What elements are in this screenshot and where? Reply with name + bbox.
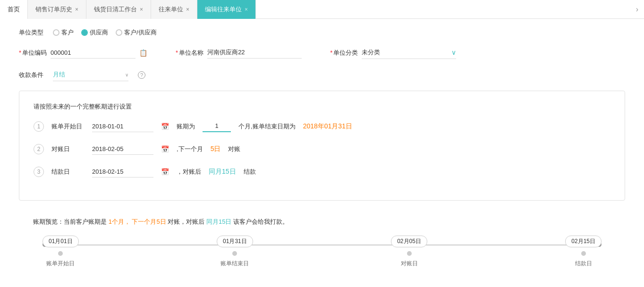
step-2-label: 对账日 <box>51 145 85 153</box>
unit-code-label: *单位编码 <box>19 49 47 57</box>
timeline-nodes: 01月01日 账单开始日 01月31日 账单结束日 02月05日 对账日 02月… <box>42 236 602 268</box>
node-4-dot <box>581 251 586 256</box>
unit-category-value: 未分类 <box>362 48 448 57</box>
node-3-dot <box>407 251 412 256</box>
radio-both-circle <box>116 29 122 36</box>
preview-end: 该客户会给我打款。 <box>233 218 288 225</box>
node-1-dot <box>58 251 63 256</box>
step-1-calendar-icon[interactable]: 📅 <box>161 123 169 130</box>
step-3-label: 结款日 <box>51 168 85 176</box>
step-2-text: ,下一个月 <box>177 145 203 153</box>
radio-customer-label: 客户 <box>61 28 74 37</box>
unit-info-row: *单位编码 📋 *单位名称 *单位分类 未分类 ∨ <box>19 46 625 59</box>
node-4-label: 结款日 <box>575 260 592 268</box>
preview-section: 账期预览：当前客户账期是 1个月， 下一个月5日 对账，对账后 同月15日 该客… <box>19 210 625 275</box>
step-1-label: 账单开始日 <box>51 122 85 131</box>
step-3-calendar-icon[interactable]: 📅 <box>161 168 169 176</box>
timeline-node-4: 02月15日 结款日 <box>565 236 602 268</box>
payment-chevron-down-icon: ∨ <box>125 72 128 77</box>
step-3-date-input[interactable] <box>92 166 153 177</box>
unit-code-input[interactable] <box>51 47 136 59</box>
close-cash-work-icon[interactable]: × <box>140 6 143 13</box>
settings-panel: 请按照未来的一个完整帐期进行设置 1 账单开始日 📅 账期为 个月,账单结束日期… <box>19 91 625 201</box>
close-sales-history-icon[interactable]: × <box>75 6 78 13</box>
step-2-text2: 对账 <box>228 145 240 153</box>
step-1-period-input[interactable] <box>203 120 231 132</box>
step-2-day-highlight: 5日 <box>211 145 221 153</box>
tab-partner-units-label: 往来单位 <box>159 5 183 14</box>
tab-sales-history[interactable]: 销售订单历史 × <box>28 0 86 19</box>
step-1-prefix-text: 账期为 <box>177 122 195 131</box>
step-3-text1: ，对账后 <box>177 168 201 176</box>
panel-hint: 请按照未来的一个完整帐期进行设置 <box>34 102 610 111</box>
unit-category-group: *单位分类 未分类 ∨ <box>330 46 456 59</box>
node-2-label: 账单结束日 <box>220 260 249 268</box>
tab-partner-units[interactable]: 往来单位 × <box>151 0 197 19</box>
unit-code-group: *单位编码 📋 <box>19 47 147 59</box>
tab-home[interactable]: 首页 <box>0 0 28 19</box>
help-icon[interactable]: ? <box>138 71 145 79</box>
preview-label: 账期预览：当前客户账期是 <box>33 218 107 225</box>
radio-customer[interactable]: 客户 <box>53 28 74 37</box>
unit-name-group: *单位名称 <box>176 47 302 59</box>
preview-mid: 对账，对账后 <box>168 218 204 225</box>
preview-part2: 下一个月5日 <box>132 218 166 225</box>
tab-sales-history-label: 销售订单历史 <box>35 5 72 14</box>
unit-category-label: *单位分类 <box>330 49 358 57</box>
step-1-end-date: 2018年01月31日 <box>303 122 352 131</box>
main-content: 单位类型 客户 供应商 客户/供应商 *单位编码 📋 <box>0 19 644 287</box>
node-3-pill: 02月05日 <box>391 236 427 247</box>
tab-home-label: 首页 <box>8 5 20 14</box>
tab-edit-partner[interactable]: 编辑往来单位 × <box>197 0 256 19</box>
unit-type-row: 单位类型 客户 供应商 客户/供应商 <box>19 28 625 37</box>
unit-name-label: *单位名称 <box>176 49 203 57</box>
step-1-date-input[interactable] <box>92 121 153 132</box>
unit-type-radio-group: 客户 供应商 客户/供应商 <box>53 28 157 37</box>
radio-customer-circle <box>53 29 59 36</box>
preview-text: 账期预览：当前客户账期是 1个月， 下一个月5日 对账，对账后 同月15日 该客… <box>33 218 611 226</box>
node-2-pill: 01月31日 <box>217 236 253 247</box>
node-1-label: 账单开始日 <box>46 260 75 268</box>
close-edit-partner-icon[interactable]: × <box>245 6 248 13</box>
radio-supplier-circle <box>81 29 88 36</box>
node-2-dot <box>232 251 237 256</box>
step-3-text2: 结款 <box>244 168 256 176</box>
step-1-row: 1 账单开始日 📅 账期为 个月,账单结束日期为 2018年01月31日 <box>34 120 610 132</box>
step-2-calendar-icon[interactable]: 📅 <box>161 145 169 153</box>
close-partner-units-icon[interactable]: × <box>186 6 189 13</box>
tab-cash-work-label: 钱货日清工作台 <box>94 5 137 14</box>
radio-both-label: 客户/供应商 <box>124 28 157 37</box>
radio-supplier-label: 供应商 <box>90 28 108 37</box>
step-2-date-input[interactable] <box>92 144 153 155</box>
node-3-label: 对账日 <box>401 260 418 268</box>
step-1-suffix-text: 个月,账单结束日期为 <box>238 122 296 131</box>
preview-part1: 1个月， <box>109 218 130 225</box>
timeline-node-3: 02月05日 对账日 <box>391 236 427 268</box>
tab-bar: 首页 销售订单历史 × 钱货日清工作台 × 往来单位 × 编辑往来单位 × › <box>0 0 644 19</box>
unit-category-dropdown[interactable]: 未分类 ∨ <box>362 46 456 59</box>
step-3-num: 3 <box>34 167 44 177</box>
step-2-row: 2 对账日 📅 ,下一个月 5日 对账 <box>34 144 610 155</box>
node-4-pill: 02月15日 <box>565 236 602 247</box>
step-2-num: 2 <box>34 144 44 154</box>
category-chevron-down-icon: ∨ <box>451 49 456 56</box>
timeline-node-1: 01月01日 账单开始日 <box>42 236 79 268</box>
timeline-container: 01月01日 账单开始日 01月31日 账单结束日 02月05日 对账日 02月… <box>33 236 611 268</box>
unit-name-input[interactable] <box>207 47 302 59</box>
node-1-pill: 01月01日 <box>42 236 79 247</box>
unit-type-label: 单位类型 <box>19 28 43 37</box>
payment-value: 月结 <box>53 70 123 79</box>
step-3-row: 3 结款日 📅 ，对账后 同月15日 结款 <box>34 166 610 177</box>
payment-dropdown[interactable]: 月结 ∨ <box>53 68 128 81</box>
radio-both[interactable]: 客户/供应商 <box>116 28 157 37</box>
radio-supplier[interactable]: 供应商 <box>81 28 108 37</box>
payment-condition-row: 收款条件 月结 ∨ ? <box>19 68 625 81</box>
tab-more-button[interactable]: › <box>630 5 644 14</box>
tab-edit-partner-label: 编辑往来单位 <box>205 5 242 14</box>
preview-part3: 同月15日 <box>206 218 231 225</box>
unit-code-icon[interactable]: 📋 <box>139 49 147 57</box>
tab-cash-work[interactable]: 钱货日清工作台 × <box>86 0 151 19</box>
timeline-node-2: 01月31日 账单结束日 <box>217 236 253 268</box>
payment-label: 收款条件 <box>19 71 43 79</box>
step-1-num: 1 <box>34 121 44 132</box>
